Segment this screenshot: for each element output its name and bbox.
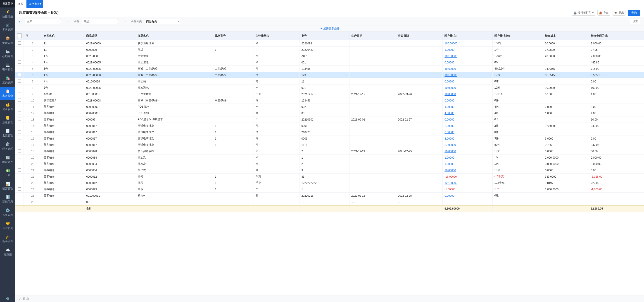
- row-checkbox[interactable]: [18, 54, 21, 57]
- cell-qty-main[interactable]: 0.00000: [443, 78, 492, 85]
- cell-qty-main[interactable]: 1.00000: [443, 47, 492, 53]
- row-checkbox[interactable]: [18, 67, 21, 70]
- cell-checkbox[interactable]: [16, 85, 24, 91]
- row-checkbox[interactable]: [18, 194, 21, 197]
- cell-qty-main[interactable]: 0.00000: [443, 129, 492, 135]
- sidebar-item-collab[interactable]: 🤝 企业协同: [0, 219, 16, 232]
- cell-qty-main[interactable]: 100.00000: [443, 53, 492, 59]
- cell-checkbox[interactable]: [16, 167, 24, 174]
- cell-qty-main[interactable]: 3.00000: [443, 135, 492, 142]
- row-checkbox[interactable]: [18, 86, 21, 89]
- sidebar-item-cloud[interactable]: ☁️ 云应用: [0, 246, 16, 259]
- cell-qty-main[interactable]: 0.00000: [443, 193, 492, 199]
- cell-qty-main[interactable]: -1.00000: [443, 186, 492, 193]
- cell-checkbox[interactable]: [16, 174, 24, 180]
- sidebar-item-purchase[interactable]: 🛍️ 采购管理: [0, 74, 16, 87]
- sidebar-item-ecommerce-small[interactable]: 🦢 小鹅电商: [0, 47, 16, 60]
- row-checkbox[interactable]: [18, 143, 21, 146]
- cell-checkbox[interactable]: [16, 53, 24, 59]
- row-checkbox[interactable]: [18, 200, 21, 203]
- cell-checkbox[interactable]: [16, 116, 24, 123]
- cell-checkbox[interactable]: [16, 148, 24, 155]
- sidebar-item-tax[interactable]: 🏛️ 税务管理: [0, 140, 16, 153]
- cell-qty-main[interactable]: 1.00000: [443, 155, 492, 161]
- cell-checkbox[interactable]: [16, 123, 24, 129]
- row-checkbox[interactable]: [18, 111, 21, 114]
- row-checkbox[interactable]: [18, 149, 21, 153]
- cell-checkbox[interactable]: [16, 110, 24, 116]
- export-btn[interactable]: 📤 导出: [598, 10, 610, 16]
- goods-input[interactable]: [82, 19, 118, 24]
- cell-checkbox[interactable]: [16, 199, 24, 206]
- row-checkbox[interactable]: [18, 156, 21, 159]
- cell-checkbox[interactable]: [16, 97, 24, 104]
- settings-btn[interactable]: 设置: [630, 19, 640, 24]
- cell-qty-main[interactable]: 122.00000: [443, 180, 492, 186]
- row-checkbox[interactable]: [18, 187, 21, 191]
- cell-qty-main[interactable]: 100.00000: [443, 40, 492, 47]
- header-checkbox[interactable]: [17, 33, 22, 38]
- cell-checkbox[interactable]: [16, 135, 24, 142]
- cell-checkbox[interactable]: [16, 180, 24, 186]
- cell-checkbox[interactable]: [16, 47, 24, 53]
- row-checkbox[interactable]: [18, 124, 21, 127]
- sidebar-item-fixed-assets[interactable]: 🏢 固定资产: [0, 153, 16, 166]
- sidebar-item-system[interactable]: ⚙️ 系统管理: [0, 206, 16, 219]
- sidebar-item-finance[interactable]: 💰 资金管理: [0, 100, 16, 113]
- cell-qty-main[interactable]: 4.00000: [443, 110, 492, 116]
- sidebar-item-operations[interactable]: 📊 经营管理: [0, 180, 16, 193]
- cell-qty-main[interactable]: 0.00000: [443, 116, 492, 123]
- sidebar-item-inventory[interactable]: 📋 库存核查: [0, 87, 16, 100]
- cell-qty-main[interactable]: 2.00000: [443, 123, 492, 129]
- cell-checkbox[interactable]: [16, 59, 24, 66]
- sidebar-item-invoice[interactable]: 🧾 发票管理: [0, 127, 16, 140]
- cell-checkbox[interactable]: [16, 104, 24, 110]
- row-checkbox[interactable]: [18, 48, 21, 51]
- sidebar-item-ecommerce-mgmt[interactable]: 💻 电商管理: [0, 61, 16, 74]
- category-select[interactable]: 商品分类: [144, 19, 180, 24]
- row-checkbox[interactable]: [18, 80, 21, 83]
- sidebar-item-ledger[interactable]: 📒 总账管理: [0, 113, 16, 126]
- inventory-batch-tab[interactable]: 库存批次▾ ✕: [26, 0, 43, 8]
- row-checkbox[interactable]: [18, 99, 21, 102]
- query-btn[interactable]: 查询: [628, 10, 640, 16]
- expand-more-btn[interactable]: ▼ 展开更多条件: [320, 27, 340, 31]
- cell-checkbox[interactable]: [16, 78, 24, 85]
- warehouse-input[interactable]: [25, 19, 61, 24]
- sidebar-item-payroll[interactable]: 💵 工资: [0, 166, 16, 180]
- cell-checkbox[interactable]: [16, 186, 24, 193]
- row-checkbox[interactable]: [18, 42, 21, 45]
- sidebar-item-guide[interactable]: 🎓 新手引导: [0, 232, 16, 246]
- print-template-btn[interactable]: 🖨️ 按模板打印 ▾: [572, 10, 595, 16]
- row-checkbox[interactable]: [18, 73, 21, 76]
- row-checkbox[interactable]: [18, 118, 21, 121]
- cell-qty-main[interactable]: 49.60000: [443, 66, 492, 72]
- row-checkbox[interactable]: [18, 175, 21, 178]
- cell-qty-main[interactable]: 87.00000: [443, 142, 492, 148]
- cell-checkbox[interactable]: [16, 40, 24, 47]
- sidebar-logo[interactable]: 搜索菜单: [0, 0, 16, 8]
- sidebar-settings-btn[interactable]: ⚙️: [0, 295, 16, 302]
- cell-qty-main[interactable]: 0.00000: [443, 97, 492, 104]
- cell-checkbox[interactable]: [16, 142, 24, 148]
- cell-qty-main[interactable]: 10.00000: [443, 85, 492, 91]
- cell-qty-main[interactable]: 10.00000: [443, 91, 492, 97]
- filter-expand-arrow[interactable]: ›: [19, 20, 20, 24]
- cell-qty-main[interactable]: 1.00000: [443, 161, 492, 167]
- row-checkbox[interactable]: [18, 130, 21, 133]
- row-checkbox[interactable]: [18, 162, 21, 165]
- cell-checkbox[interactable]: [16, 66, 24, 72]
- sidebar-item-quick-nav[interactable]: ⚡ 快捷导航: [0, 8, 16, 21]
- sidebar-item-basic-info[interactable]: ℹ️ 基础信息: [0, 193, 16, 206]
- row-checkbox[interactable]: [18, 92, 21, 95]
- close-tab-btn[interactable]: ✕: [40, 3, 42, 5]
- row-checkbox[interactable]: [18, 168, 21, 172]
- cell-checkbox[interactable]: [16, 161, 24, 167]
- cell-qty-main[interactable]: -16.00000: [443, 174, 492, 180]
- cell-checkbox[interactable]: [16, 72, 24, 78]
- cell-qty-main[interactable]: 10.00000: [443, 148, 492, 155]
- row-checkbox[interactable]: [18, 105, 21, 108]
- home-tab[interactable]: 首页: [16, 0, 26, 8]
- sidebar-item-wholesale[interactable]: 📦 批发管理: [0, 34, 16, 47]
- row-checkbox[interactable]: [18, 61, 21, 64]
